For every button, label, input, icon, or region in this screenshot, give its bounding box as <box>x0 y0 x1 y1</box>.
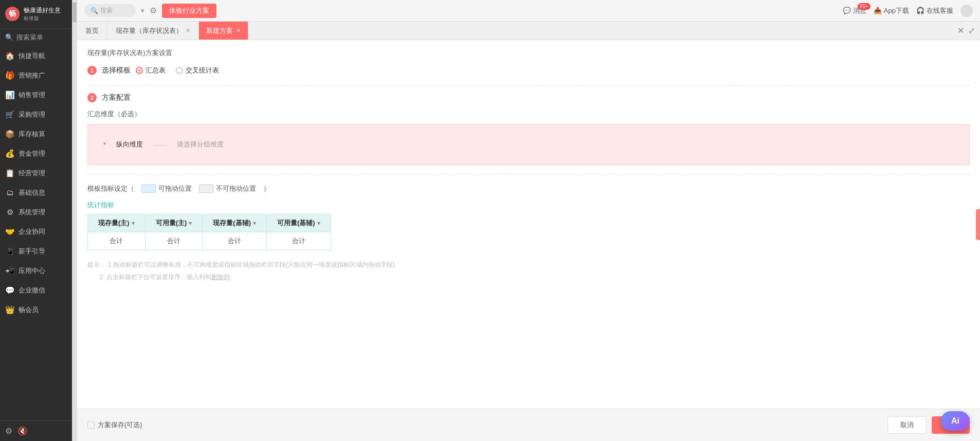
th-col4-label: 可用量(基辅) <box>277 218 315 228</box>
tips-section: 提示： 1.拖动标题栏可以调整布局，不可跨维度或指标区域拖动栏目字段(只能在同一… <box>87 259 970 283</box>
dimension-area: * 纵向维度 —— 请选择分组维度 <box>87 124 970 165</box>
sidebar-item-label: 企业协同 <box>19 227 45 236</box>
gear-icon: ⚙ <box>5 208 14 217</box>
section-divider-2 <box>87 174 970 175</box>
sidebar-item-app-center[interactable]: 📲 应用中心 <box>0 261 72 281</box>
sidebar-item-label: 销售管理 <box>19 90 45 100</box>
tab-new-plan[interactable]: 新建方案 ✕ <box>199 22 248 40</box>
section-config: 2 方案配置 汇总维度（必选） * 纵向维度 —— 请选择分组维度 模板指标设定… <box>87 93 970 283</box>
logo-text-block: 畅康通好生意 标准版 <box>24 6 61 22</box>
col1-arrow-icon[interactable]: ▾ <box>132 220 135 227</box>
sidebar-item-quick-nav[interactable]: 🏠 快捷导航 <box>0 46 72 66</box>
th-col3-inner: 现存量(基辅) ▾ <box>213 218 256 228</box>
chat-icon: 💬 <box>5 286 14 295</box>
user-avatar <box>960 5 973 17</box>
summary-radio-circle <box>136 67 143 74</box>
clipboard-icon: 📋 <box>5 169 14 178</box>
ai-button[interactable]: Ai <box>941 411 970 431</box>
tip2-text: 2. 点击标题栏下拉可设置排序、插入列和删除列 <box>100 271 230 283</box>
sidebar-item-wechat[interactable]: 💬 企业微信 <box>0 281 72 300</box>
tab-new-plan-close-icon[interactable]: ✕ <box>236 27 241 34</box>
search-label: 搜索菜单 <box>16 33 43 42</box>
section1-header: 1 选择模板 汇总表 交叉统计表 <box>87 66 970 75</box>
tab-home-label: 首页 <box>85 26 99 35</box>
search-icon: 🔍 <box>5 33 13 41</box>
customer-service-link[interactable]: 🎧 在线客服 <box>916 6 953 15</box>
topbar-search-icon: 🔍 <box>90 7 98 14</box>
no-draggable-box <box>199 185 213 193</box>
settings-bottom-icon[interactable]: ⚙ <box>5 426 12 436</box>
tabs-right-controls: ✕ ⤢ <box>957 26 980 35</box>
cancel-button[interactable]: 取消 <box>887 416 927 434</box>
tip1-text: 1.拖动标题栏可以调整布局，不可跨维度或指标区域拖动栏目字段(只能在同一维度或指… <box>108 259 395 271</box>
th-col1[interactable]: 现存量(主) ▾ <box>88 214 146 232</box>
topbar-gear-icon[interactable]: ⚙ <box>150 6 157 15</box>
drag-indicator: 可拖动位置 <box>141 184 192 193</box>
tip1-num: 提示： <box>87 259 106 271</box>
template-setting-prefix: 模板指标设定（ <box>87 184 134 193</box>
sidebar-item-label: 快捷导航 <box>19 51 45 61</box>
tip-2: 2. 点击标题栏下拉可设置排序、插入列和删除列 <box>87 271 970 283</box>
logo-icon: 畅 <box>5 7 20 21</box>
table-row: 合计 合计 合计 合计 <box>88 232 331 250</box>
template-cross-radio[interactable]: 交叉统计表 <box>176 66 219 75</box>
tab-home[interactable]: 首页 <box>77 22 107 40</box>
sidebar-item-cooperation[interactable]: 🤝 企业协同 <box>0 222 72 242</box>
th-col2-label: 可用量(主) <box>156 218 187 228</box>
dimension-placeholder[interactable]: 请选择分组维度 <box>177 140 224 149</box>
topbar-search-box[interactable]: 🔍 搜索 <box>84 4 136 17</box>
sidebar-search[interactable]: 🔍 搜索菜单 <box>0 29 72 46</box>
tab-expand-icon[interactable]: ⤢ <box>968 26 975 35</box>
th-col3[interactable]: 现存量(基辅) ▾ <box>203 214 267 232</box>
col3-arrow-icon[interactable]: ▾ <box>253 220 256 227</box>
industry-plan-button[interactable]: 体验行业方案 <box>162 4 216 18</box>
apps-icon: 📲 <box>5 266 14 275</box>
user-avatar-area[interactable] <box>960 5 973 17</box>
sidebar-item-inventory[interactable]: 📦 库存核算 <box>0 124 72 144</box>
template-summary-radio[interactable]: 汇总表 <box>136 66 166 75</box>
col2-arrow-icon[interactable]: ▾ <box>189 220 192 227</box>
headphone-icon: 🎧 <box>916 7 924 14</box>
cross-radio-circle <box>176 67 183 74</box>
sidebar-item-label: 企业微信 <box>19 286 45 295</box>
sidebar-item-finance[interactable]: 💰 资金管理 <box>0 144 72 163</box>
sidebar-item-label: 新手引导 <box>19 247 45 256</box>
message-icon: 💬 <box>843 7 851 14</box>
sidebar-item-marketing[interactable]: 🎁 营销推广 <box>0 66 72 85</box>
sidebar-item-operations[interactable]: 📋 经营管理 <box>0 163 72 183</box>
th-col2[interactable]: 可用量(主) ▾ <box>145 214 203 232</box>
save-checkbox[interactable] <box>87 421 95 429</box>
sidebar-item-new-guide[interactable]: 📱 新手引导 <box>0 242 72 261</box>
sidebar-item-basic-info[interactable]: 🗂 基础信息 <box>0 183 72 203</box>
sound-icon[interactable]: 🔇 <box>17 426 28 436</box>
tabs-bar: 首页 现存量（库存状况表） ✕ 新建方案 ✕ ✕ ⤢ <box>77 22 980 40</box>
sidebar-item-label: 营销推广 <box>19 71 45 80</box>
th-col4[interactable]: 可用量(基辅) ▾ <box>267 214 331 232</box>
phone-icon: 📱 <box>5 247 14 256</box>
message-badge-container[interactable]: 💬 消息 99+ <box>843 6 866 15</box>
customer-service-label: 在线客服 <box>927 6 953 15</box>
section1-label: 选择模板 <box>102 66 131 75</box>
tab-inventory-close-icon[interactable]: ✕ <box>186 27 190 34</box>
main-area: 🔍 搜索 ▾ ⚙ 体验行业方案 💬 消息 99+ 📥 App下载 🎧 在线客服 <box>77 0 980 441</box>
col4-arrow-icon[interactable]: ▾ <box>317 220 320 227</box>
sidebar-item-system[interactable]: ⚙ 系统管理 <box>0 203 72 222</box>
save-option-row: 方案保存(可选) <box>87 420 142 430</box>
sidebar-item-sales[interactable]: 📊 销售管理 <box>0 85 72 105</box>
topbar: 🔍 搜索 ▾ ⚙ 体验行业方案 💬 消息 99+ 📥 App下载 🎧 在线客服 <box>77 0 980 22</box>
sidebar-item-vip[interactable]: 👑 畅会员 <box>0 300 72 320</box>
gift-icon: 🎁 <box>5 71 14 80</box>
app-download-link[interactable]: 📥 App下载 <box>874 6 909 15</box>
sidebar-item-purchase[interactable]: 🛒 采购管理 <box>0 105 72 124</box>
message-count: 99+ <box>858 3 870 10</box>
tab-inventory-status[interactable]: 现存量（库存状况表） ✕ <box>107 22 199 40</box>
app-download-label: App下载 <box>884 6 909 15</box>
tab-close-all-icon[interactable]: ✕ <box>957 26 964 35</box>
sidebar-item-label: 库存核算 <box>19 130 45 139</box>
stats-section: 统计指标 现存量(主) ▾ 可用量 <box>87 200 970 250</box>
summary-radio-label: 汇总表 <box>146 66 166 75</box>
sidebar-bottom: ⚙ 🔇 <box>0 420 72 441</box>
section1-num: 1 <box>87 66 97 75</box>
td-col4: 合计 <box>267 232 331 250</box>
topbar-dropdown-icon[interactable]: ▾ <box>141 7 144 14</box>
